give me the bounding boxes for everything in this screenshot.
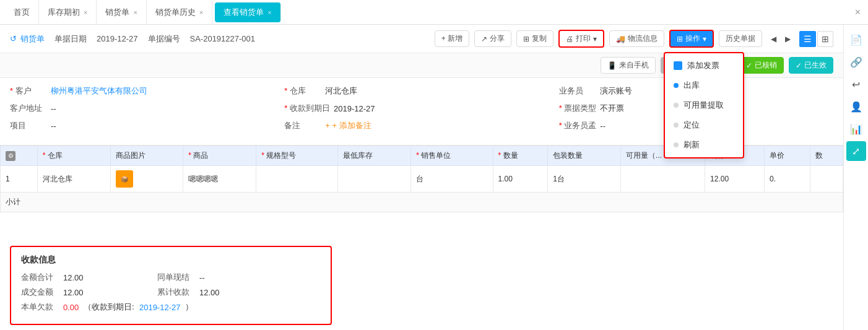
effective-button[interactable]: ✓ 已生效	[789, 57, 833, 74]
tab-home[interactable]: 首页	[5, 0, 39, 25]
print-button[interactable]: 🖨 打印 ▾	[558, 30, 604, 48]
ticket-label: 票据类型	[559, 103, 597, 114]
copy-button[interactable]: ⊞ 复制	[516, 30, 553, 47]
next-button[interactable]: ▶	[781, 32, 794, 46]
operation-button[interactable]: ⊞ 操作 ▾	[669, 30, 714, 48]
warehouse-value: 河北仓库	[325, 85, 357, 97]
cancelled-icon: ✓	[746, 61, 752, 70]
operation-dropdown: 添加发票 出库 可用量提取 定位 刷新	[664, 52, 744, 158]
address-value: --	[51, 104, 56, 113]
same-order-item: 同单现结 --	[157, 272, 269, 283]
total-amount-label: 金额合计	[21, 272, 58, 283]
doc-type-label: ↺ 销货单	[10, 33, 45, 45]
view-list-button[interactable]: ☰	[799, 31, 816, 47]
operation-icon: ⊞	[677, 35, 683, 43]
sidebar-link-icon[interactable]: 🔗	[846, 52, 866, 72]
share-button[interactable]: ↗ 分享	[474, 30, 511, 47]
dropdown-available-qty[interactable]: 可用量提取	[665, 95, 743, 115]
nav-arrows: ◀ ▶	[767, 32, 794, 46]
view-grid-button[interactable]: ⊞	[817, 31, 833, 47]
tab-close-view[interactable]: ×	[267, 9, 271, 16]
tab-close-history[interactable]: ×	[199, 9, 203, 16]
doc-type-icon: ↺	[10, 34, 17, 43]
row-unit-price: 0.	[765, 166, 810, 193]
summary-row-2: 成交金额 12.00 累计收款 12.00	[21, 287, 321, 298]
history-records-button[interactable]: 历史单据	[719, 30, 762, 47]
add-invoice-icon	[674, 61, 682, 70]
row-index: 1	[1, 166, 38, 193]
col-quantity: 数量	[493, 146, 548, 166]
address-label: 客户地址	[10, 103, 47, 114]
row-current-stock: 12.00	[705, 166, 765, 193]
doc-meta: 单据日期 2019-12-27 单据编号 SA-20191227-001	[54, 33, 255, 45]
total-amount-item: 金额合计 12.00	[21, 272, 132, 283]
col-amount: 数	[810, 146, 843, 166]
tab-bar: 首页 库存期初 × 销货单 × 销货单历史 × 查看销货单 × ×	[0, 0, 868, 25]
document-header: ↺ 销货单 单据日期 2019-12-27 单据编号 SA-20191227-0…	[0, 25, 843, 53]
col-min-stock: 最低库存	[338, 146, 411, 166]
new-button[interactable]: + 新增	[435, 30, 469, 47]
warehouse-field: 仓库 河北仓库	[284, 85, 558, 97]
outbound-dot-icon	[674, 83, 679, 88]
subtotal-row: 小计	[1, 193, 843, 212]
from-phone-button[interactable]: 📱 来自手机	[601, 57, 656, 74]
prev-button[interactable]: ◀	[767, 32, 780, 46]
sidebar-doc-icon[interactable]: 📄	[846, 30, 866, 50]
arrears-note: （收款到期日:	[84, 302, 134, 313]
project-value: --	[51, 121, 56, 131]
cancelled-button[interactable]: ✓ 已核销	[739, 57, 784, 74]
sidebar-chart-icon[interactable]: 📊	[846, 119, 866, 139]
available-qty-dot-icon	[674, 103, 679, 108]
print-icon: 🖨	[566, 35, 573, 43]
summary-area: 收款信息 金额合计 12.00 同单现结 -- 成交金额 12.00 累计收款	[10, 246, 332, 325]
arrears-close: ）	[185, 302, 193, 313]
sidebar-expand-icon[interactable]: ⤢	[846, 141, 866, 161]
salesman-label: 业务员孟	[559, 120, 597, 131]
window-close-button[interactable]: ×	[855, 7, 861, 18]
cumulative-item: 累计收款 12.00	[157, 287, 269, 298]
summary-row-1: 金额合计 12.00 同单现结 --	[21, 272, 321, 283]
product-image: 📦	[116, 170, 133, 188]
col-product-img: 商品图片	[110, 146, 183, 166]
dropdown-add-invoice[interactable]: 添加发票	[665, 56, 743, 76]
tab-inventory-init[interactable]: 库存期初 ×	[39, 0, 97, 25]
dropdown-outbound[interactable]: 出库	[665, 76, 743, 95]
transaction-label: 成交金额	[21, 287, 58, 298]
sidebar-user-icon[interactable]: 👤	[846, 97, 866, 116]
row-spec	[256, 166, 338, 193]
add-note-icon: +	[325, 121, 330, 130]
row-available	[621, 166, 705, 193]
transaction-value: 12.00	[63, 288, 84, 297]
arrears-date: 2019-12-27	[139, 303, 181, 312]
row-amount	[810, 166, 843, 193]
summary-row-3: 本单欠款 0.00 （收款到期日: 2019-12-27 ）	[21, 302, 321, 313]
view-toggle: ☰ ⊞	[799, 31, 833, 47]
dropdown-refresh[interactable]: 刷新	[665, 135, 743, 155]
arrears-label: 本单欠款	[21, 302, 58, 313]
logistics-button[interactable]: 🚚 物流信息	[609, 30, 664, 47]
tab-view-sales[interactable]: 查看销货单 ×	[215, 2, 280, 22]
row-product: 嗯嗯嗯嗯	[183, 166, 256, 193]
customer-value[interactable]: 柳州粤港平安气体有限公司	[51, 85, 147, 97]
note-field: 备注 + + 添加备注	[284, 120, 558, 131]
tab-sales-history[interactable]: 销货单历史 ×	[147, 0, 212, 25]
arrears-value: 0.00	[63, 303, 79, 312]
dropdown-locate[interactable]: 定位	[665, 115, 743, 135]
sidebar-return-icon[interactable]: ↩	[846, 74, 866, 94]
cumulative-label: 累计收款	[157, 287, 194, 298]
tab-close-inventory[interactable]: ×	[84, 9, 87, 16]
add-note-button[interactable]: + + 添加备注	[325, 120, 371, 131]
logistics-icon: 🚚	[616, 35, 625, 43]
row-warehouse: 河北仓库	[37, 166, 110, 193]
row-pack-qty: 1台	[548, 166, 621, 193]
tab-sales-order[interactable]: 销货单 ×	[97, 0, 146, 25]
customer-field: 客户 柳州粤港平安气体有限公司	[10, 85, 284, 97]
row-sales-unit: 台	[411, 166, 493, 193]
copy-icon: ⊞	[523, 35, 529, 43]
tab-close-sales[interactable]: ×	[133, 9, 137, 16]
settings-icon[interactable]: ⚙	[6, 151, 15, 161]
total-amount-value: 12.00	[63, 273, 84, 282]
doc-number-label: 单据编号	[148, 33, 180, 45]
operation-dropdown-icon: ▾	[703, 35, 706, 43]
col-unit-price: 单价	[765, 146, 810, 166]
